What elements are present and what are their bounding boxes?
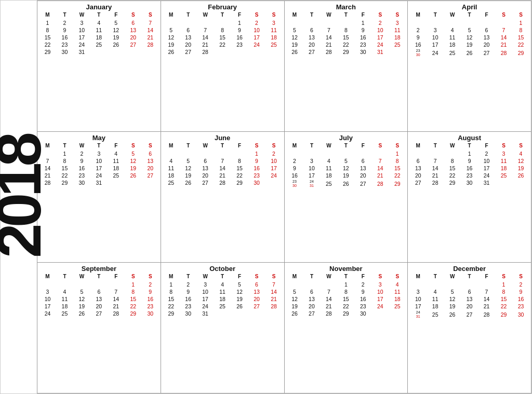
calendar-cell [73, 281, 90, 288]
calendar-cell [286, 19, 303, 26]
calendar-cell [125, 179, 142, 186]
calendar-cell: 22 [214, 41, 231, 48]
calendar-cell: 18 [108, 165, 125, 172]
calendar-cell: 23 [248, 172, 265, 179]
calendar-cell: 7 [495, 26, 512, 34]
calendar-cell [214, 19, 231, 26]
calendar-cell: 28 [142, 41, 159, 48]
calendar-cell: 18 [163, 172, 180, 179]
calendar-cell: 10 [197, 288, 214, 295]
calendar-cell: 3 [371, 281, 389, 288]
calendar-cell [320, 281, 337, 288]
calendar-cell: 29 [337, 310, 354, 317]
month-march: MarchMTWTFSS1235678910111213141516171819… [285, 1, 408, 132]
calendar-cell: 5 [286, 288, 303, 295]
calendar-cell: 22 [444, 172, 461, 179]
calendar-cell: 11 [108, 157, 125, 165]
day-header: T [90, 273, 108, 280]
day-header: S [248, 142, 265, 149]
calendar-cell [427, 19, 444, 26]
calendar-cell: 9 [354, 26, 371, 34]
day-header: M [409, 142, 427, 149]
month-title: October [163, 264, 283, 273]
calendar-cell: 29 [39, 48, 56, 56]
calendar-cell [320, 19, 337, 26]
calendar-cell: 4 [108, 150, 125, 157]
day-header: M [286, 142, 303, 149]
calendar-cell: 2 [286, 157, 303, 165]
calendar-cell: 22 [163, 303, 180, 310]
calendar-cell: 8 [512, 26, 529, 34]
day-header: F [231, 273, 248, 280]
calendar-cell: 21 [495, 41, 512, 48]
calendar-cell: 3 [73, 19, 90, 26]
calendar-cell: 24 [90, 172, 108, 179]
day-header: T [180, 142, 197, 149]
month-november: NovemberMTWTFSS1234567891011121314151617… [285, 263, 408, 393]
day-header: S [248, 11, 265, 18]
calendar-cell: 28 [495, 48, 512, 57]
calendar-cell: 3 [427, 26, 444, 34]
calendar-cell: 25 [389, 303, 406, 310]
day-header: M [163, 142, 180, 149]
calendar-cell: 17 [90, 165, 108, 172]
calendar-cell [320, 150, 337, 157]
calendar-cell: 22 [125, 303, 142, 310]
day-header: T [427, 142, 444, 149]
calendar-cell [265, 179, 282, 186]
calendar-cell: 15 [231, 165, 248, 172]
calendar-cell: 16 [73, 165, 90, 172]
calendar-cell: 29 [495, 310, 512, 319]
calendar-cell: 15 [56, 165, 73, 172]
calendar-cell: 9 [231, 26, 248, 34]
day-header: F [231, 11, 248, 18]
month-february: FebruaryMTWTFSS1235678910111213141516171… [161, 1, 285, 132]
calendar-cell [444, 281, 461, 288]
calendar-cell: 13 [354, 165, 371, 172]
calendar-cell: 13 [180, 34, 197, 41]
calendar-cell [39, 281, 56, 288]
calendar-grid: JanuaryMTWTFSS12345678910111213141516171… [37, 1, 531, 393]
calendar-cell: 1 [39, 19, 56, 26]
month-december: DecemberMTWTFSS1234567891011121314151617… [408, 263, 531, 393]
calendar-cell: 10 [39, 295, 56, 303]
calendar-cell: 1 [248, 150, 265, 157]
day-header: T [214, 11, 231, 18]
calendar-cell: 17 [427, 41, 444, 48]
calendar-cell: 24 [197, 303, 214, 310]
calendar-cell: 18 [495, 165, 512, 172]
calendar-cell: 16 [354, 34, 371, 41]
calendar-cell: 3 [197, 281, 214, 288]
day-header: S [265, 273, 282, 280]
calendar-cell: 21 [214, 172, 231, 179]
calendar-cell: 10 [478, 157, 495, 165]
calendar-cell: 31 [371, 48, 389, 56]
calendar-cell: 25 [108, 172, 125, 179]
calendar-cell [163, 150, 180, 157]
calendar-cell [461, 19, 478, 26]
day-header: S [371, 273, 389, 280]
calendar-cell: 1 [495, 281, 512, 288]
calendar-cell [371, 150, 389, 157]
calendar-cell: 21 [108, 303, 125, 310]
calendar-cell: 11 [56, 295, 73, 303]
calendar-cell [427, 281, 444, 288]
day-header: S [125, 142, 142, 149]
day-header: F [354, 273, 371, 280]
day-header: F [108, 273, 125, 280]
calendar-cell: 30 [354, 310, 371, 317]
day-header: T [180, 11, 197, 18]
calendar-cell: 30 [248, 179, 265, 186]
calendar-cell: 29 [56, 179, 73, 186]
day-header: W [444, 142, 461, 149]
calendar-cell: 14 [320, 295, 337, 303]
calendar-cell: 7 [371, 157, 389, 165]
calendar-cell: 10 [409, 295, 427, 303]
calendar-cell: 11 [90, 26, 108, 34]
calendar-cell: 16 [231, 34, 248, 41]
calendar-cell: 17 [265, 165, 282, 172]
calendar-cell: 5 [125, 150, 142, 157]
calendar-cell: 16 [512, 295, 529, 303]
calendar-cell: 21 [265, 295, 282, 303]
calendar-cell: 11 [214, 288, 231, 295]
